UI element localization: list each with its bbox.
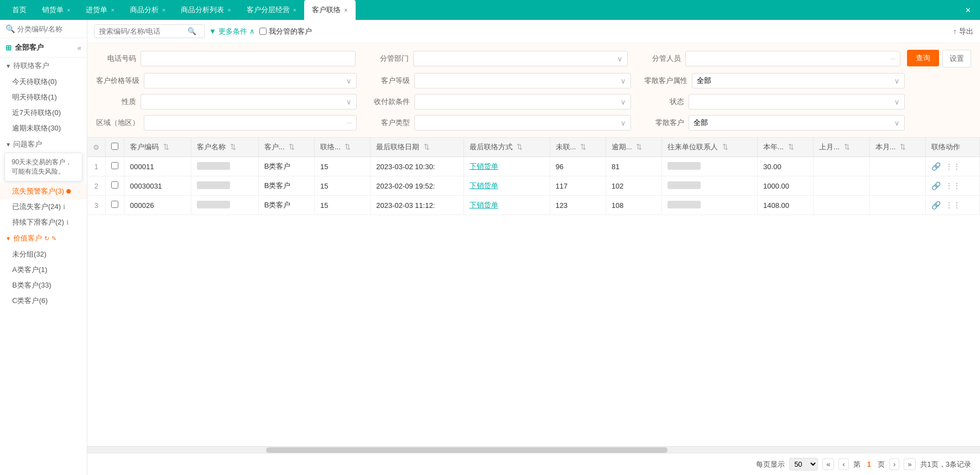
customer-level-select[interactable]: ∨ [414,73,630,88]
status-select[interactable]: ∨ [689,94,905,109]
action-more-icon-1[interactable]: ⋮⋮ [945,181,961,190]
row-last-method-0[interactable]: 下销货单 [463,157,550,176]
sidebar-item-lost[interactable]: 已流失客户(24) ℹ [0,199,87,215]
gender-select[interactable]: ∨ [140,94,357,109]
row-action-2[interactable]: 🔗 ⋮⋮ [925,196,979,215]
tab-home[interactable]: 首页 [4,0,34,20]
dept-select[interactable]: ∨ [413,51,628,66]
th-checkbox[interactable] [106,138,124,157]
th-unit-contact[interactable]: 往来单位联系人 ⇅ [662,138,758,157]
next-page-button[interactable]: › [889,458,899,470]
customer-table: ⚙ 客户编码 ⇅ 客户名称 ⇅ [87,138,980,215]
sidebar-group-problem[interactable]: ▼ 问题客户 [0,136,87,153]
last-page-button[interactable]: » [904,458,915,470]
export-button[interactable]: ↑ 导出 [953,27,974,36]
tab-purchase-close[interactable]: × [111,7,114,13]
sidebar-item-churn-warning[interactable]: 流失预警客户(3) [0,184,87,199]
th-type[interactable]: 客户... ⇅ [258,138,314,157]
tab-analysis-list-close[interactable]: × [227,7,231,13]
row-this-month-0 [869,157,925,176]
more-conditions-btn[interactable]: ▼ 更多条件 ∧ [209,27,255,36]
sidebar-search-input[interactable] [17,25,81,33]
row-action-1[interactable]: 🔗 ⋮⋮ [925,176,979,196]
search-box[interactable]: 🔍 [94,24,205,38]
zero-customer-select[interactable]: 全部 ∨ [689,115,905,131]
th-this-year[interactable]: 本年... ⇅ [758,138,814,157]
action-link-icon-1[interactable]: 🔗 [931,181,941,190]
sidebar-group-pending[interactable]: ▼ 待联络客户 [0,58,87,74]
tab-analysis-close[interactable]: × [162,7,165,13]
price-level-select[interactable]: ∨ [144,73,357,88]
phone-input[interactable] [140,51,356,66]
sidebar-item-7days[interactable]: 近7天待联络(0) [0,105,87,121]
row-last-method-2[interactable]: 下销货单 [463,196,550,215]
th-gear[interactable]: ⚙ [87,138,106,157]
tab-analysis-list[interactable]: 商品分析列表 × [173,0,238,20]
action-more-icon-0[interactable]: ⋮⋮ [945,162,961,171]
zero-attr-select[interactable]: 全部 ∨ [692,73,905,88]
sidebar-item-c-class[interactable]: C类客户(6) [0,293,87,309]
tab-customer-layer-close[interactable]: × [293,7,296,13]
sidebar-item-a-class[interactable]: A类客户(1) [0,262,87,278]
scroll-thumb[interactable] [266,447,668,453]
row-last-date-2: 2023-02-03 11:12: [371,196,464,215]
row-checkbox-1[interactable] [106,176,124,196]
th-contact[interactable]: 联络... ⇅ [314,138,370,157]
filter-icon: ▼ [209,27,216,35]
action-link-icon-0[interactable]: 🔗 [931,162,941,171]
window-close-button[interactable]: ✕ [961,6,976,14]
th-name[interactable]: 客户名称 ⇅ [191,138,258,157]
person-select[interactable]: ··· [685,51,900,66]
sidebar-search-box[interactable]: 🔍 [0,20,87,38]
tab-customer-contact[interactable]: 客户联络 × [304,0,355,20]
prev-page-button[interactable]: ‹ [838,458,848,470]
main-search-input[interactable] [99,27,187,35]
region-select[interactable]: ··· [144,115,357,131]
query-button[interactable]: 查询 [907,50,939,66]
th-last-date[interactable]: 最后联络日期 ⇅ [371,138,464,157]
th-last-month[interactable]: 上月... ⇅ [814,138,869,157]
horizontal-scrollbar[interactable] [87,446,980,453]
th-overdue[interactable]: 逾期... ⇅ [606,138,661,157]
page-label: 页 [878,460,885,469]
tab-customer-layer[interactable]: 客户分层经营 × [239,0,304,20]
tab-sales[interactable]: 销货单 × [34,0,78,20]
th-action[interactable]: 联络动作 [925,138,979,157]
tab-sales-close[interactable]: × [67,7,70,13]
search-icon[interactable]: 🔍 [187,27,196,35]
per-page-select[interactable]: 50 100 [789,458,818,471]
sidebar-item-ungroup[interactable]: 未分组(32) [0,247,87,262]
row-checkbox-0[interactable] [106,157,124,176]
sidebar-item-today[interactable]: 今天待联络(0) [0,74,87,90]
value-edit-icon[interactable]: ✎ [51,235,56,242]
table-row: 2 00030031 B类客户 15 2023-02-09 19:52: 下销货… [87,176,980,196]
sidebar-item-declining[interactable]: 持续下滑客户(2) ℹ [0,215,87,230]
tab-analysis[interactable]: 商品分析 × [122,0,173,20]
gear-icon[interactable]: ⚙ [93,143,100,152]
th-unlocked[interactable]: 未联... ⇅ [550,138,606,157]
first-page-button[interactable]: « [822,458,834,470]
payment-select[interactable]: ∨ [414,94,630,109]
th-code[interactable]: 客户编码 ⇅ [124,138,191,157]
sidebar-item-tomorrow[interactable]: 明天待联络(1) [0,90,87,105]
value-refresh-icon[interactable]: ↻ [44,235,49,242]
my-customers-checkbox[interactable] [259,28,267,35]
sidebar-group-value[interactable]: ▼ 价值客户 ↻ ✎ [0,230,87,247]
row-last-method-1[interactable]: 下销货单 [463,176,550,196]
customer-type-select[interactable]: ∨ [414,115,630,131]
th-this-month[interactable]: 本月... ⇅ [869,138,925,157]
settings-button[interactable]: 设置 [942,50,971,67]
sidebar-item-b-class[interactable]: B类客户(33) [0,278,87,293]
select-all-checkbox[interactable] [111,143,118,150]
action-more-icon-2[interactable]: ⋮⋮ [945,201,961,210]
sidebar-item-overdue-contact[interactable]: 逾期未联络(30) [0,121,87,136]
tab-purchase[interactable]: 进货单 × [78,0,122,20]
my-customers-checkbox-group[interactable]: 我分管的客户 [259,27,312,36]
all-customers-header[interactable]: ⊞ 全部客户 « [0,38,87,58]
action-link-icon-2[interactable]: 🔗 [931,201,941,210]
th-last-method[interactable]: 最后联络方式 ⇅ [463,138,550,157]
row-action-0[interactable]: 🔗 ⋮⋮ [925,157,979,176]
tab-customer-contact-close[interactable]: × [344,7,347,13]
row-checkbox-2[interactable] [106,196,124,215]
row-code-1: 00030031 [124,176,191,196]
